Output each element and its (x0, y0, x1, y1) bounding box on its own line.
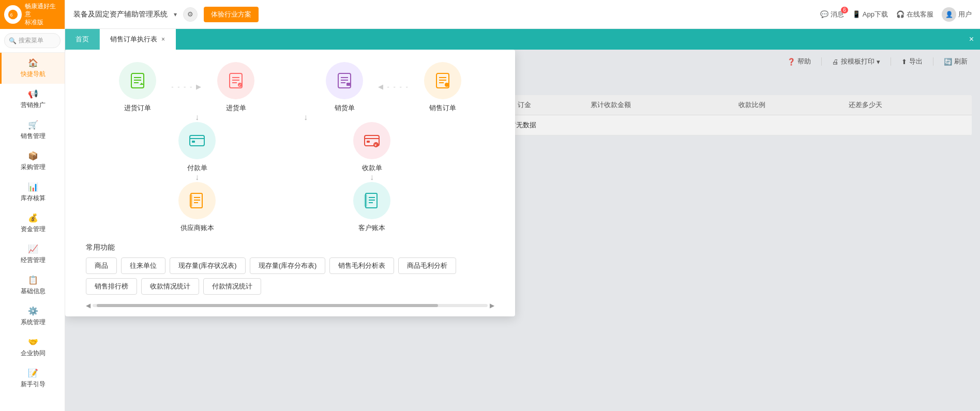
purchase-order-circle[interactable] (119, 62, 156, 99)
logo-icon: 6 (4, 5, 22, 24)
flow-item-purchase-order: 进货订单 (104, 62, 171, 113)
sidebar-item-system[interactable]: ⚙️ 系统管理 (0, 301, 65, 332)
sidebar-item-purchase[interactable]: 📦 采购管理 (0, 146, 65, 177)
system-title: 装备及固定资产辅助管理系统 (73, 10, 168, 19)
btn-stock-distribution[interactable]: 现存量(库存分布表) (250, 257, 326, 274)
tab-home[interactable]: 首页 (65, 29, 100, 50)
payment-circle[interactable] (178, 122, 216, 159)
receipt-label: 收款单 (362, 163, 382, 173)
svg-text:✓: ✓ (238, 83, 242, 87)
common-functions: 常用功能 商品 往来单位 现存量(库存状况表) 现存量(库存分布表) 销售毛利分… (86, 243, 494, 295)
svg-text:¥: ¥ (374, 143, 377, 147)
sidebar-item-operation[interactable]: 📈 经营管理 (0, 239, 65, 270)
chart-icon: 📊 (28, 182, 38, 192)
megaphone-icon: 📢 (28, 89, 38, 99)
avatar: 👤 (942, 7, 956, 22)
svg-rect-36 (364, 194, 367, 207)
sidebar-item-basic[interactable]: 📋 基础信息 (0, 270, 65, 301)
flow-chart: 进货订单 - - - - ▶ ✓ 进货单 (86, 62, 494, 233)
guide-icon: 📝 (28, 368, 38, 378)
svg-point-21 (445, 83, 449, 87)
sidebar-item-sales[interactable]: 🛒 销售管理 (0, 115, 65, 146)
settings-button[interactable]: ⚙ (183, 7, 198, 22)
search-menu-button[interactable]: 🔍 搜索菜单 (4, 33, 61, 48)
flow-row-2: 付款单 ¥ 收款单 (86, 122, 494, 173)
message-badge: 6 (841, 7, 848, 13)
user-menu[interactable]: 👤 用户 (942, 7, 972, 22)
sidebar-item-quick-nav[interactable]: 🏠 快捷导航 (0, 53, 65, 84)
sidebar-item-newbie[interactable]: 📝 新手引导 (0, 363, 65, 394)
svg-text:6: 6 (10, 12, 13, 18)
sidebar-item-finance[interactable]: 💰 资金管理 (0, 208, 65, 239)
flow-item-sales-bill: 销货单 (311, 62, 378, 113)
scrollbar-thumb[interactable] (97, 304, 438, 307)
tab-close-icon[interactable]: × (161, 36, 165, 43)
btn-sales-profit[interactable]: 销售毛利分析表 (329, 257, 394, 274)
message-button[interactable]: 💬 消息 6 (820, 10, 844, 19)
common-buttons-row-1: 商品 往来单位 现存量(库存状况表) 现存量(库存分布表) 销售毛利分析表 商品… (86, 257, 494, 274)
purchase-order-label: 进货订单 (124, 103, 151, 113)
svg-rect-27 (367, 141, 370, 143)
payment-label: 付款单 (187, 163, 207, 173)
btn-receipt-stats[interactable]: 收款情况统计 (141, 278, 199, 295)
online-service-button[interactable]: 🎧 在线客服 (896, 10, 933, 19)
sidebar-logo: 6 畅康通好生意 标准版 (0, 0, 65, 29)
headset-icon: 🎧 (896, 10, 904, 18)
supplier-ledger-circle[interactable] (178, 182, 216, 219)
sales-bill-circle[interactable] (326, 62, 363, 99)
flow-item-purchase-bill: ✓ 进货单 (202, 62, 269, 113)
sidebar-item-inventory[interactable]: 📊 库存核算 (0, 177, 65, 208)
btn-product[interactable]: 商品 (86, 257, 117, 274)
common-buttons-row-2: 销售排行榜 收款情况统计 付款情况统计 (86, 278, 494, 295)
content-area: ❓ 帮助 🖨 按模板打印 ▾ ⬆ 导出 (65, 50, 980, 411)
logo-text: 畅康通好生意 标准版 (25, 3, 61, 27)
tab-bar-close-button[interactable]: × (969, 35, 974, 44)
trial-button[interactable]: 体验行业方案 (204, 7, 259, 22)
tab-sales-order-exec[interactable]: 销售订单执行表 × (100, 29, 176, 50)
sidebar-search[interactable]: 🔍 搜索菜单 (0, 29, 65, 53)
btn-partners[interactable]: 往来单位 (121, 257, 165, 274)
flow-item-receipt: ¥ 收款单 (338, 122, 405, 173)
sales-order-circle[interactable] (424, 62, 461, 99)
customer-ledger-circle[interactable] (353, 182, 390, 219)
flow-row-1: 进货订单 - - - - ▶ ✓ 进货单 (86, 62, 494, 113)
btn-payment-stats[interactable]: 付款情况统计 (203, 278, 261, 295)
scroll-left-arrow[interactable]: ◀ (86, 302, 91, 309)
supplier-ledger-label: 供应商账本 (180, 223, 214, 233)
popup-box: 进货订单 - - - - ▶ ✓ 进货单 (65, 50, 515, 316)
phone-icon: 📱 (852, 10, 861, 18)
btn-stock-status[interactable]: 现存量(库存状况表) (170, 257, 246, 274)
svg-rect-24 (192, 141, 195, 143)
popup-scrollbar: ◀ ▶ (86, 302, 494, 306)
purchase-bill-circle[interactable]: ✓ (217, 62, 254, 99)
header-right: 💬 消息 6 📱 App下载 🎧 在线客服 👤 用户 (820, 7, 972, 22)
sidebar-item-marketing[interactable]: 📢 营销推广 (0, 84, 65, 115)
app-download-button[interactable]: 📱 App下载 (852, 10, 888, 19)
flow-row-arrows-down-2: ↓ ↓ (86, 173, 494, 182)
scroll-right-arrow[interactable]: ▶ (490, 302, 494, 309)
settings-icon: ⚙ (187, 10, 193, 18)
svg-point-0 (8, 10, 18, 19)
scrollbar-track[interactable] (93, 304, 488, 307)
svg-rect-16 (346, 83, 351, 86)
flow-row-3: 供应商账本 客户账本 (86, 182, 494, 233)
customer-ledger-label: 客户账本 (358, 223, 385, 233)
sidebar-nav: 🏠 快捷导航 📢 营销推广 🛒 销售管理 📦 采购管理 📊 库存核算 💰 (0, 53, 65, 411)
tab-bar: 首页 销售订单执行表 × × (65, 29, 980, 50)
sidebar-item-enterprise[interactable]: 🤝 企业协同 (0, 332, 65, 363)
btn-product-profit[interactable]: 商品毛利分析 (398, 257, 456, 274)
purchase-bill-label: 进货单 (226, 103, 246, 113)
sales-bill-label: 销货单 (335, 103, 355, 113)
btn-sales-ranking[interactable]: 销售排行榜 (86, 278, 137, 295)
clipboard-icon: 📋 (28, 275, 38, 285)
arrow-down-sales: ↓ (272, 113, 339, 122)
flow-item-customer-ledger: 客户账本 (338, 182, 405, 233)
common-functions-title: 常用功能 (86, 243, 494, 252)
receipt-circle[interactable]: ¥ (353, 122, 390, 159)
box-icon: 📦 (28, 151, 38, 161)
arrow-down-payment: ↓ (163, 173, 231, 182)
flow-item-payment: 付款单 (163, 122, 231, 173)
money-icon: 💰 (28, 213, 38, 223)
top-header: 装备及固定资产辅助管理系统 ▾ ⚙ 体验行业方案 💬 消息 6 📱 App下载 … (65, 0, 980, 29)
system-dropdown-button[interactable]: ▾ (174, 11, 177, 18)
